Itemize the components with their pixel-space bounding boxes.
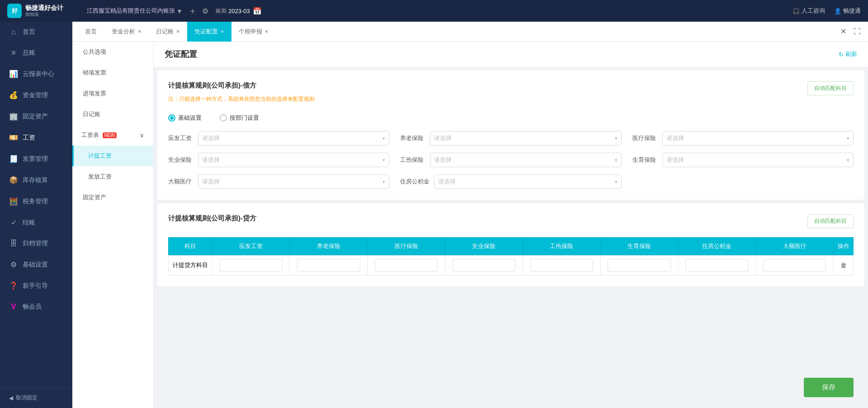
select-base-salary[interactable]: 请选择 ▾	[198, 131, 389, 145]
sidebar-item-funds[interactable]: 💰 资金管理	[0, 84, 72, 106]
tax-icon: 🧮	[9, 197, 18, 206]
save-btn-area: 保存	[804, 378, 854, 397]
company-dropdown-icon[interactable]: ▾	[178, 7, 181, 15]
sidebar-item-home[interactable]: ⌂ 首页	[0, 22, 72, 42]
select-base-salary-arrow: ▾	[382, 136, 385, 141]
select-workinjury-placeholder: 请选择	[434, 156, 452, 164]
label-base-salary: 应发工资	[168, 134, 193, 142]
sidebar-item-close[interactable]: ✓ 结账	[0, 212, 72, 233]
debit-section-title: 计提核算规则(公司承担)-借方	[168, 81, 315, 90]
input-large-medical[interactable]	[763, 259, 826, 272]
input-maternity[interactable]	[608, 259, 670, 272]
tab-home[interactable]: 首页	[78, 22, 104, 42]
period-label: 账期	[216, 7, 226, 15]
app-logo: 好	[7, 4, 22, 18]
sidebar-label-archive: 归档管理	[23, 239, 48, 248]
sub-nav-pay-salary[interactable]: 发放工资	[72, 166, 153, 187]
sub-nav-public[interactable]: 公共选项	[72, 42, 153, 62]
settings-icon[interactable]: ⚙	[202, 7, 208, 15]
sidebar-item-member[interactable]: V 畅会员	[0, 296, 72, 317]
cell-large-medical	[756, 255, 834, 276]
tab-label-tax: 个税申报	[239, 28, 262, 36]
cell-base-salary	[212, 255, 290, 276]
sub-nav-purchase-invoice[interactable]: 进项发票	[72, 83, 153, 104]
select-maternity[interactable]: 请选择 ▾	[662, 153, 854, 167]
input-pension[interactable]	[297, 259, 360, 272]
tab-expand-icon[interactable]: ⛶	[852, 26, 863, 38]
tab-close-voucher[interactable]: ×	[221, 28, 224, 35]
sidebar-item-invoice[interactable]: 🧾 发票管理	[0, 148, 72, 169]
sidebar-item-tax[interactable]: 🧮 税务管理	[0, 191, 72, 212]
field-medical: 医疗保险 请选择 ▾	[632, 131, 854, 145]
sidebar-item-salary[interactable]: 💴 工资	[0, 127, 72, 148]
add-company-icon[interactable]: ＋	[189, 5, 197, 16]
radio-basic-setting[interactable]: 基础设置	[168, 114, 202, 122]
refresh-button[interactable]: ↻ 刷新	[839, 50, 857, 58]
select-large-medical[interactable]: 请选择 ▾	[198, 174, 389, 189]
basic-settings-icon: ⚙	[9, 260, 18, 269]
debit-section-header: 计提核算规则(公司承担)-借方 注：只能选择一种方式，系统将按照您当前的选择来配…	[168, 81, 854, 110]
page-title-bar: 凭证配置 ↻ 刷新	[154, 42, 868, 67]
service-label: 人工咨询	[802, 7, 825, 15]
select-medical[interactable]: 请选择 ▾	[662, 131, 854, 145]
sidebar-item-guide[interactable]: ❓ 新手引导	[0, 275, 72, 296]
select-pension[interactable]: 请选择 ▾	[430, 131, 621, 145]
calendar-icon[interactable]: 📅	[253, 7, 262, 15]
sub-nav-sales-invoice[interactable]: 销项发票	[72, 62, 153, 83]
sidebar-item-ledger[interactable]: ≡ 总账	[0, 42, 72, 63]
save-button[interactable]: 保存	[804, 378, 854, 397]
tab-close-tax[interactable]: ×	[265, 28, 268, 35]
tab-funds[interactable]: 资金分析 ×	[104, 22, 149, 42]
tab-close-journal[interactable]: ×	[176, 28, 179, 35]
select-housing-fund[interactable]: 请选择 ▾	[434, 174, 621, 189]
app-name: 畅捷通好会计	[25, 4, 63, 12]
sub-nav-accrual-salary[interactable]: 计提工资	[72, 145, 153, 166]
refresh-label: 刷新	[845, 50, 857, 58]
sub-nav-journal[interactable]: 日记账	[72, 104, 153, 125]
new-badge: NEW	[103, 132, 117, 138]
refresh-icon: ↻	[839, 51, 844, 58]
archive-icon: 🗄	[9, 239, 18, 248]
sidebar-label-member: 畅会员	[23, 303, 42, 311]
tab-voucher-config[interactable]: 凭证配置 ×	[187, 22, 231, 42]
radio-group: 基础设置 按部门设置	[168, 114, 854, 122]
credit-section: 计提核算规则(公司承担)-贷方 自动匹配科目 科目 应发工资 养老保险 医疗保险…	[157, 203, 864, 286]
input-workinjury[interactable]	[530, 259, 593, 272]
sidebar-item-reports[interactable]: 📊 云报表中心	[0, 63, 72, 84]
sidebar-item-inventory[interactable]: 📦 库存核算	[0, 169, 72, 191]
tab-label-home: 首页	[85, 28, 97, 36]
delete-row-icon[interactable]: 🗑	[840, 262, 847, 269]
sidebar-label-tax: 税务管理	[23, 197, 48, 206]
input-medical[interactable]	[375, 259, 438, 272]
input-unemployment[interactable]	[453, 259, 515, 272]
select-unemployment[interactable]: 请选择 ▾	[198, 153, 389, 167]
sidebar-item-assets[interactable]: 🏢 固定资产	[0, 106, 72, 127]
input-base-salary[interactable]	[219, 259, 282, 272]
tab-journal[interactable]: 日记账 ×	[149, 22, 187, 42]
sub-nav-fixed-assets[interactable]: 固定资产	[72, 187, 153, 208]
tab-close-window-icon[interactable]: ✕	[839, 25, 848, 38]
field-workinjury: 工伤保险 请选择 ▾	[400, 153, 621, 167]
tab-tax[interactable]: 个税申报 ×	[231, 22, 276, 42]
sub-nav-label-purchase: 进项发票	[83, 89, 106, 98]
radio-dept-setting[interactable]: 按部门设置	[220, 114, 259, 122]
sidebar-item-settings[interactable]: ⚙ 基础设置	[0, 254, 72, 275]
cancel-fix-button[interactable]: ◀ 取消固定	[0, 387, 72, 408]
sidebar-item-archive[interactable]: 🗄 归档管理	[0, 233, 72, 254]
select-unemployment-placeholder: 请选择	[202, 156, 220, 164]
reports-icon: 📊	[9, 70, 18, 78]
user-menu[interactable]: 👤 畅捷通	[834, 7, 861, 15]
tab-close-funds[interactable]: ×	[138, 28, 141, 35]
select-workinjury[interactable]: 请选择 ▾	[430, 153, 621, 167]
debit-auto-match-button[interactable]: 自动匹配科目	[807, 81, 854, 95]
app-edition: 旗舰版	[25, 11, 63, 18]
input-housing[interactable]	[685, 259, 748, 272]
service-button[interactable]: 🎧 人工咨询	[793, 7, 825, 15]
credit-auto-match-button[interactable]: 自动匹配科目	[807, 214, 854, 228]
sub-nav-salary-table[interactable]: 工资表 NEW ∨	[72, 125, 153, 145]
select-large-medical-placeholder: 请选择	[202, 178, 220, 186]
col-maternity: 生育保险	[600, 238, 678, 255]
cell-pension	[290, 255, 368, 276]
chevron-down-icon: ∨	[140, 132, 144, 139]
headset-icon: 🎧	[793, 8, 800, 14]
